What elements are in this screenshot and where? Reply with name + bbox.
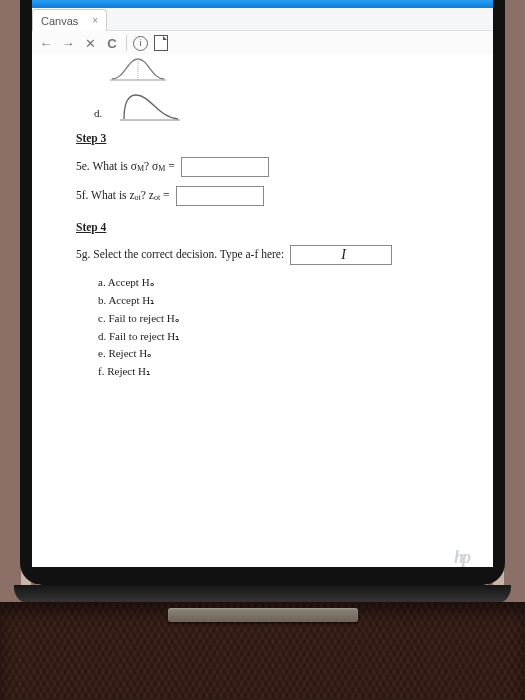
tab-strip: Canvas × (32, 8, 493, 31)
page-icon[interactable] (154, 35, 168, 51)
question-5e: 5e. What is σM? σM = (76, 157, 463, 177)
decision-input[interactable]: I (290, 245, 392, 265)
tab-canvas[interactable]: Canvas × (32, 9, 107, 31)
laptop-bezel: Canvas × ← → ✕ C i d. (20, 0, 505, 585)
reload-icon[interactable]: C (104, 35, 120, 51)
question-5f: 5f. What is zot? zot = (76, 186, 463, 206)
browser-toolbar: ← → ✕ C i (32, 31, 493, 56)
choice-d: d. Fail to reject H₁ (98, 329, 463, 344)
choice-list: a. Accept Hₒ b. Accept H₁ c. Fail to rej… (98, 275, 463, 379)
stop-icon[interactable]: ✕ (82, 35, 98, 51)
option-d-label: d. (94, 106, 108, 121)
tab-label: Canvas (41, 15, 78, 27)
trackpad[interactable] (168, 608, 358, 622)
choice-f: f. Reject H₁ (98, 364, 463, 379)
screen: Canvas × ← → ✕ C i d. (32, 0, 493, 567)
z-input[interactable] (176, 186, 264, 206)
choice-a: a. Accept Hₒ (98, 275, 463, 290)
step3-heading: Step 3 (76, 131, 463, 147)
question-5g: 5g. Select the correct decision. Type a-… (76, 245, 463, 265)
info-icon[interactable]: i (133, 36, 148, 51)
back-icon[interactable]: ← (38, 35, 54, 51)
q5e-text: 5e. What is σM? σM = (76, 159, 175, 175)
step4-heading: Step 4 (76, 220, 463, 236)
laptop-deck (0, 602, 525, 700)
document-body: d. Step 3 5e. What is σM? σM = 5f. What … (32, 55, 493, 567)
close-icon[interactable]: × (92, 15, 98, 26)
choice-b: b. Accept H₁ (98, 293, 463, 308)
q5f-text: 5f. What is zot? zot = (76, 188, 170, 204)
choice-c: c. Fail to reject Hₒ (98, 311, 463, 326)
text-cursor-icon: I (341, 246, 346, 265)
q5g-text: 5g. Select the correct decision. Type a-… (76, 247, 284, 263)
sigma-m-input[interactable] (181, 157, 269, 177)
forward-icon[interactable]: → (60, 35, 76, 51)
right-tail-curve-icon (120, 91, 180, 121)
choice-e: e. Reject Hₒ (98, 346, 463, 361)
bell-curve-icon (110, 57, 166, 81)
toolbar-divider (126, 35, 127, 51)
hp-logo: hp (454, 547, 469, 568)
window-titlebar (32, 0, 493, 8)
